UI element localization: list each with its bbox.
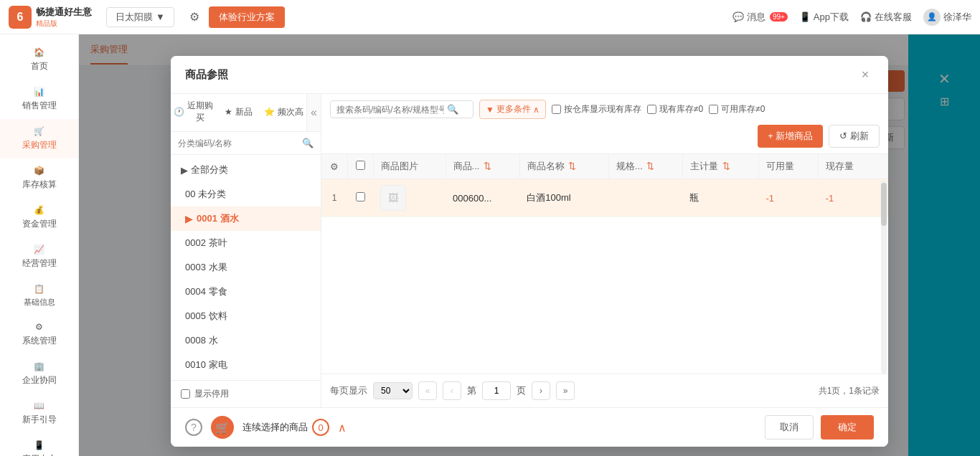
tab-new[interactable]: ★ 新品 <box>216 94 261 131</box>
tab-recent[interactable]: 🕐 近期购买 <box>171 94 216 131</box>
logo-text: 畅捷通好生意 精品版 <box>36 6 92 29</box>
cat-item-c0002[interactable]: 0002 茶叶 <box>171 231 321 255</box>
phone-icon: 📱 <box>799 11 811 22</box>
category-search-input[interactable] <box>178 138 298 148</box>
sales-icon: 📊 <box>34 87 44 97</box>
product-panel: 🔍 ▼ 更多条件 ∧ 按仓库显示现有库存 <box>321 94 888 407</box>
cat-item-c0003[interactable]: 0003 水果 <box>171 255 321 280</box>
row-checkbox[interactable] <box>356 192 365 201</box>
table-row[interactable]: 1 🖼 <box>321 179 888 217</box>
col-code[interactable]: 商品... ⇅ <box>446 154 519 179</box>
filter-more-button[interactable]: ▼ 更多条件 ∧ <box>479 100 546 119</box>
modal-title: 商品参照 <box>185 68 228 82</box>
cat-item-c0001[interactable]: ▶ 0001 酒水 <box>171 206 321 231</box>
scrollbar-track[interactable] <box>881 180 887 374</box>
online-service-button[interactable]: 🎧 在线客服 <box>860 11 912 24</box>
product-table-container: ⚙ 商品图片 商品... ⇅ <box>321 154 888 374</box>
cat-item-c0005[interactable]: 0005 饮料 <box>171 304 321 328</box>
settings-icon[interactable]: ⚙ <box>184 7 204 27</box>
messages-button[interactable]: 💬 消息 99+ <box>732 11 788 24</box>
warehouse-stock-checkbox[interactable] <box>552 105 561 114</box>
sort-spec-icon[interactable]: ⇅ <box>646 161 654 171</box>
sort-code-icon[interactable]: ⇅ <box>484 161 491 171</box>
cta-button[interactable]: 体验行业方案 <box>209 6 285 28</box>
gear-col-icon[interactable]: ⚙ <box>330 161 339 172</box>
sidebar-item-sales[interactable]: 📊 销售管理 <box>0 80 78 119</box>
collapse-panel-button[interactable]: « <box>306 94 321 131</box>
next-page-button[interactable]: › <box>532 381 550 400</box>
first-page-button[interactable]: « <box>418 381 437 400</box>
cat-item-c0004[interactable]: 0004 零食 <box>171 280 321 304</box>
tab-frequent[interactable]: ⭐ 频次高 <box>261 94 306 131</box>
col-unit[interactable]: 主计量 ⇅ <box>682 154 758 179</box>
cancel-button[interactable]: 取消 <box>765 415 814 440</box>
filter-bar: 🔍 ▼ 更多条件 ∧ 按仓库显示现有库存 <box>321 94 888 154</box>
star-icon: ★ <box>225 107 232 117</box>
category-tabs-row: 🕐 近期购买 ★ 新品 ⭐ 频次高 « <box>171 94 321 132</box>
sort-unit-icon[interactable]: ⇅ <box>722 161 730 171</box>
row-checkbox-cell[interactable] <box>347 179 373 217</box>
available-ne0-filter[interactable]: 现有库存≠0 <box>647 103 703 115</box>
sidebar-item-home[interactable]: 🏠 首页 <box>0 40 78 80</box>
cat-item-all[interactable]: ▶ 全部分类 <box>171 158 321 182</box>
headset-icon: 🎧 <box>860 11 872 22</box>
sidebar-item-basic[interactable]: 📋 基础信息 <box>0 277 78 315</box>
usable-ne0-checkbox[interactable] <box>709 105 718 114</box>
refresh-button[interactable]: ↺ 刷新 <box>829 125 880 148</box>
sidebar-item-finance[interactable]: 💰 资金管理 <box>0 198 78 237</box>
sidebar-item-purchase[interactable]: 🛒 采购管理 <box>0 119 78 158</box>
col-available: 可用量 <box>758 154 818 179</box>
select-all-checkbox[interactable] <box>356 161 365 170</box>
row-spec-cell <box>608 179 682 217</box>
filter-collapse-icon: ∧ <box>533 105 540 115</box>
confirm-button[interactable]: 确定 <box>821 415 874 440</box>
app-download-button[interactable]: 📱 App下载 <box>799 11 849 24</box>
search-icon[interactable]: 🔍 <box>302 138 314 148</box>
cat-item-c0008[interactable]: 0008 水 <box>171 328 321 353</box>
top-navigation: 6 畅捷通好生意 精品版 日太阳膜 ▼ ⚙ 体验行业方案 💬 消息 99+ 📱 … <box>0 0 980 34</box>
sidebar-item-guide[interactable]: 📖 新手引导 <box>0 394 78 433</box>
cart-button[interactable]: 🛒 <box>211 416 234 439</box>
last-page-button[interactable]: » <box>556 381 575 400</box>
scrollbar-thumb[interactable] <box>881 183 887 226</box>
table-action-buttons: + 新增商品 ↺ 刷新 <box>758 125 880 148</box>
filter-icon: ▼ <box>486 105 494 115</box>
add-product-button[interactable]: + 新增商品 <box>758 125 823 148</box>
display-disabled-label[interactable]: 显示停用 <box>194 388 229 400</box>
modal-close-button[interactable]: × <box>857 66 874 83</box>
product-search-input[interactable] <box>336 105 444 115</box>
col-name[interactable]: 商品名称 ⇅ <box>519 154 608 179</box>
sidebar-item-system[interactable]: ⚙ 系统管理 <box>0 315 78 354</box>
continuous-select-area: 连续选择的商品 0 <box>242 419 329 436</box>
col-spec[interactable]: 规格... ⇅ <box>608 154 682 179</box>
store-selector[interactable]: 日太阳膜 ▼ <box>106 7 174 27</box>
category-list: ▶ 全部分类 00 未分类 ▶ 0001 酒水 0002 茶 <box>171 155 321 380</box>
col-gear[interactable]: ⚙ <box>321 154 347 179</box>
user-profile[interactable]: 👤 徐泽华 <box>923 9 971 26</box>
modal-footer: ? 🛒 连续选择的商品 0 ∧ 取消 确定 <box>171 407 888 447</box>
message-badge: 99+ <box>770 12 788 22</box>
row-available-cell: -1 <box>758 179 818 217</box>
usable-ne0-filter[interactable]: 可用库存≠0 <box>709 103 765 115</box>
footer-actions: 取消 确定 <box>765 415 874 440</box>
footer-collapse-button[interactable]: ∧ <box>338 421 347 434</box>
search-icon[interactable]: 🔍 <box>447 104 458 115</box>
sidebar-item-appstore[interactable]: 📱 应用中心 <box>0 433 78 456</box>
available-ne0-checkbox[interactable] <box>647 105 656 114</box>
sort-name-icon[interactable]: ⇅ <box>568 161 576 171</box>
help-button[interactable]: ? <box>185 419 202 436</box>
display-disabled-checkbox[interactable] <box>181 389 190 399</box>
page-number-input[interactable] <box>482 381 511 400</box>
prev-page-button[interactable]: ‹ <box>443 381 461 400</box>
sidebar-item-enterprise[interactable]: 🏢 企业协同 <box>0 354 78 394</box>
per-page-select[interactable]: 50 20 100 <box>373 382 413 399</box>
warehouse-stock-filter[interactable]: 按仓库显示现有库存 <box>552 103 641 115</box>
sidebar-item-inventory[interactable]: 📦 库存核算 <box>0 158 78 198</box>
appstore-icon: 📱 <box>34 440 44 450</box>
sidebar-item-operations[interactable]: 📈 经营管理 <box>0 237 78 277</box>
logo-area[interactable]: 6 畅捷通好生意 精品版 <box>9 6 92 29</box>
cat-item-c0010[interactable]: 0010 家电 <box>171 353 321 377</box>
arrow-icon-c0001: ▶ <box>185 214 192 224</box>
basic-icon: 📋 <box>34 284 44 294</box>
cat-item-c00[interactable]: 00 未分类 <box>171 182 321 206</box>
